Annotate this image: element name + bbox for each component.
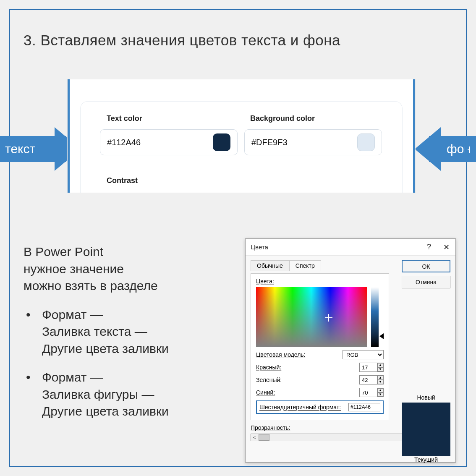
transparency-thumb[interactable] — [259, 434, 269, 441]
dialog-titlebar: Цвета ? ✕ — [246, 239, 455, 256]
li2-line2: Заливка фигуры — — [42, 386, 238, 403]
li1-line2: Заливка текста — — [42, 323, 238, 340]
contrast-checker-card: Text color Background color #112A46 #DFE… — [80, 101, 403, 193]
scroll-left-icon[interactable]: < — [251, 434, 258, 441]
tab-content-spectrum: Цвета: Цветовая модель: RGB Красный: — [251, 273, 389, 420]
panel-right-bar — [413, 79, 415, 193]
panel-left-bar — [68, 79, 70, 193]
arrow-left-label: текст — [5, 142, 35, 156]
li1-line1: Формат — — [42, 306, 238, 324]
help-icon[interactable]: ? — [427, 243, 431, 251]
green-label: Зеленый: — [256, 377, 282, 383]
transparency-slider[interactable]: < > — [251, 434, 424, 441]
current-color-swatch — [402, 429, 450, 456]
color-picker-dialog: Цвета ? ✕ ОК Отмена Обычные Спектр Цвета… — [245, 238, 456, 463]
chevron-down-icon[interactable]: ▼ — [377, 380, 383, 384]
chevron-down-icon[interactable]: ▼ — [377, 392, 383, 397]
blue-value[interactable] — [360, 388, 377, 397]
crosshair-icon — [325, 314, 332, 322]
colors-label: Цвета: — [256, 278, 384, 285]
new-color-swatch — [402, 403, 450, 429]
hex-row-highlight: Шестнадцатеричный формат: — [256, 400, 384, 414]
li2-line3: Другие цвета заливки — [42, 403, 238, 420]
dialog-title: Цвета — [251, 243, 268, 251]
contrast-checker-panel: Text color Background color #112A46 #DFE… — [67, 79, 416, 193]
chevron-up-icon[interactable]: ▲ — [377, 363, 383, 367]
chevron-up-icon[interactable]: ▲ — [377, 376, 383, 380]
instruction-text: В Power Point нужное значение можно взят… — [24, 243, 238, 432]
current-label: Текущий — [402, 456, 450, 463]
text-color-swatch[interactable] — [213, 133, 230, 151]
color-model-label: Цветовая модель: — [256, 351, 305, 358]
red-label: Красный: — [256, 364, 281, 371]
color-preview: Новый Текущий — [402, 394, 450, 465]
list-item: Формат — Заливка фигуры — Другие цвета з… — [24, 369, 238, 420]
arrow-left-icon — [415, 127, 441, 171]
tab-standard[interactable]: Обычные — [251, 260, 289, 271]
text-color-input[interactable]: #112A46 — [100, 129, 238, 155]
contrast-label: Contrast — [107, 176, 138, 185]
color-model-select[interactable]: RGB — [343, 350, 384, 359]
chevron-down-icon[interactable]: ▼ — [377, 367, 383, 371]
background-color-label: Background color — [250, 114, 315, 123]
text-color-label: Text color — [107, 114, 142, 123]
luminance-slider[interactable] — [371, 287, 379, 347]
li2-line1: Формат — — [42, 369, 238, 386]
li1-line3: Другие цвета заливки — [42, 340, 238, 358]
hex-input[interactable] — [348, 403, 380, 411]
text-color-value: #112A46 — [107, 138, 141, 147]
red-value[interactable] — [360, 363, 377, 372]
background-color-swatch[interactable] — [357, 133, 375, 151]
intro-line-3: можно взять в разделе — [24, 277, 238, 295]
green-value[interactable] — [360, 375, 377, 384]
intro-line-1: В Power Point — [24, 243, 238, 261]
blue-label: Синий: — [256, 389, 275, 396]
list-item: Формат — Заливка текста — Другие цвета з… — [24, 306, 238, 358]
background-color-value: #DFE9F3 — [251, 138, 288, 147]
slide-title: 3. Вставляем значения цветов текста и фо… — [24, 32, 340, 49]
green-stepper[interactable]: ▲▼ — [359, 375, 384, 384]
red-stepper[interactable]: ▲▼ — [359, 363, 384, 372]
dialog-buttons: ОК Отмена — [402, 260, 450, 288]
intro-line-2: нужное значение — [24, 261, 238, 278]
background-color-input[interactable]: #DFE9F3 — [244, 129, 382, 155]
blue-stepper[interactable]: ▲▼ — [359, 388, 384, 397]
spectrum-picker[interactable] — [256, 287, 367, 347]
dialog-body: ОК Отмена Обычные Спектр Цвета: Цветовая… — [246, 256, 455, 462]
luminance-marker-icon[interactable] — [379, 333, 384, 339]
hex-label: Шестнадцатеричный формат: — [259, 404, 341, 411]
cancel-button[interactable]: Отмена — [402, 276, 450, 288]
edge-bars-right — [465, 136, 474, 162]
ok-button[interactable]: ОК — [402, 260, 450, 272]
chevron-up-icon[interactable]: ▲ — [377, 388, 383, 392]
new-label: Новый — [402, 394, 450, 401]
tab-spectrum[interactable]: Спектр — [289, 260, 321, 271]
close-icon[interactable]: ✕ — [443, 243, 450, 252]
